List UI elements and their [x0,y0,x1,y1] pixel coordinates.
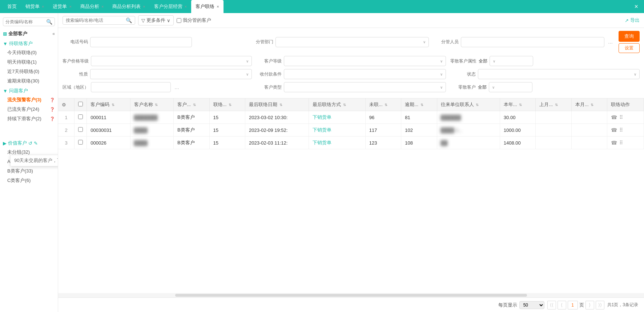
sidebar-section-problem[interactable]: ▼ 问题客户 [0,86,58,95]
my-customers-checkbox[interactable] [177,18,181,23]
tab-product-analysis[interactable]: 商品分析 × [76,0,108,13]
contact-icon-1[interactable]: ☎ [611,114,617,120]
retail-attr-select[interactable]: ∨ [490,56,533,66]
payment-select[interactable]: ∨ [284,69,446,79]
contact-icon-3[interactable]: ☎ [611,140,617,146]
row-checkbox-3[interactable] [78,140,83,145]
search-input-wrap[interactable]: 🔍 [63,16,135,25]
row-check-3[interactable] [75,137,87,149]
sidebar-item-b-customers[interactable]: B类客户(33) [0,166,58,176]
price-level-select[interactable]: ∨ [91,56,252,66]
region-more-icon[interactable]: … [173,85,181,90]
sidebar-item-week-pending[interactable]: 近7天待联络(0) [0,67,58,76]
th-overdue[interactable]: 逾期... ⇅ [401,98,437,111]
th-this-year[interactable]: 本年... ⇅ [500,98,536,111]
th-this-month[interactable]: 本月... ⇅ [571,98,607,111]
th-type[interactable]: 客户... ⇅ [174,98,210,111]
search-input[interactable] [66,18,126,23]
sidebar-collapse-btn[interactable]: « [52,31,55,36]
th-code[interactable]: 客户编码 ⇅ [87,98,130,111]
sidebar-item-overdue-pending[interactable]: 逾期未联络(30) [0,76,58,86]
th-last-way[interactable]: 最后联络方式 ⇅ [309,98,365,111]
close-tab-customer-segmentation[interactable]: × [185,4,187,9]
retail-customer-select[interactable]: ∨ [489,82,532,92]
th-last-date[interactable]: 最后联络日期 ⇅ [245,98,309,111]
refresh-icon[interactable]: ↺ [28,141,32,146]
th-checkbox[interactable] [75,98,87,111]
tab-home[interactable]: 首页 [3,0,21,13]
more-action-icon-2[interactable]: ⠿ [619,127,623,133]
tab-purchase-order[interactable]: 进货单 × [48,0,76,13]
tab-customer-segmentation[interactable]: 客户分层经营 × [150,0,191,13]
th-contact[interactable]: 联络... ⇅ [209,98,245,111]
export-button[interactable]: ↗ 导出 [625,17,640,24]
last-page-button[interactable]: ⟩⟩ [596,301,604,309]
help-icon-churned[interactable]: ❓ [50,107,55,112]
region-select[interactable] [91,82,171,92]
sidebar-section-value[interactable]: ▶ 价值客户 ↺ ✎ [0,138,58,147]
close-tab-purchase-order[interactable]: × [69,4,71,9]
row-num-1: 1 [58,111,75,124]
window-close-button[interactable]: × [631,3,641,11]
scrollbar-track[interactable] [175,294,527,297]
settings-button[interactable]: 设置 [619,43,640,53]
sidebar-item-churned[interactable]: 已流失客户(24) ❓ [0,105,58,114]
more-action-icon-3[interactable]: ⠿ [619,140,623,146]
first-page-button[interactable]: ⟨⟨ [547,301,556,309]
row-code-2: 00030031 [87,124,130,137]
close-tab-product-analysis[interactable]: × [101,4,104,9]
query-button[interactable]: 查询 [619,31,640,42]
tab-customer-contact[interactable]: 客户联络 × [191,0,223,13]
edit-icon[interactable]: ✎ [34,141,38,146]
status-select[interactable]: ∨ [478,69,640,79]
row-way-3[interactable]: 下销货单 [309,137,365,149]
sidebar-search-wrap[interactable]: 🔍 [3,17,55,26]
manager-more-icon[interactable]: … [607,39,614,45]
customer-level-select[interactable]: ∨ [284,56,446,66]
row-way-1[interactable]: 下销货单 [309,111,365,124]
row-check-2[interactable] [75,124,87,137]
contact-icon-2[interactable]: ☎ [611,127,617,133]
row-checkbox-2[interactable] [78,127,83,132]
next-page-button[interactable]: ⟩ [585,301,594,309]
search-button[interactable]: 🔍 [126,17,132,23]
dept-select[interactable]: ∨ [275,37,429,47]
filter-row-4: 区域（地区） … 客户类型 ∨ 零散客户 全部 [63,82,640,92]
my-customers-wrap[interactable]: 我分管的客户 [177,17,211,24]
sidebar-section-pending[interactable]: ▼ 待联络客户 [0,39,58,48]
sidebar-item-tomorrow-pending[interactable]: 明天待联络(1) [0,57,58,67]
content-area: 🔍 ▽ 更多条件 ∨ 我分管的客户 ↗ 导出 电话号码 [58,13,644,312]
tab-sales-order[interactable]: 销货单 × [21,0,48,13]
close-tab-customer-contact[interactable]: × [217,4,219,9]
table-row: 3 000026 ████ B类客户 15 2023-02-03 11:12: … [58,137,644,149]
customer-type-select[interactable]: ∨ [284,82,446,92]
row-way-2[interactable]: 下销货单 [309,124,365,137]
gender-select[interactable]: ∨ [90,69,252,79]
row-check-1[interactable] [75,111,87,124]
close-tab-sales-order[interactable]: × [42,4,44,9]
select-all-checkbox[interactable] [78,102,83,106]
th-settings[interactable]: ⚙ [58,98,75,111]
phone-input[interactable] [90,37,192,47]
sidebar-item-churn-warning[interactable]: 流失预警客户(3) ❓ [0,95,58,105]
close-tab-product-analysis-list[interactable]: × [143,4,145,9]
prev-page-button[interactable]: ⟨ [558,301,566,309]
help-icon-declining[interactable]: ❓ [50,117,55,121]
tab-product-analysis-list[interactable]: 商品分析列表 × [108,0,149,13]
sidebar-item-c-customers[interactable]: C类客户(6) [0,176,58,185]
sidebar-all-customers[interactable]: ⊞ 全部客户 « [0,29,58,39]
th-last-month[interactable]: 上月... ⇅ [536,98,572,111]
th-name[interactable]: 客户名称 ⇅ [130,98,173,111]
th-unit-contact[interactable]: 往来单位联系人 ⇅ [437,98,500,111]
horizontal-scrollbar[interactable] [58,293,644,297]
sidebar-item-declining[interactable]: 持续下滑客户(2) ❓ [0,114,58,123]
page-size-select[interactable]: 50 100 [519,301,544,309]
more-conditions-button[interactable]: ▽ 更多条件 ∨ [138,15,174,25]
sidebar-search-input[interactable] [5,19,46,24]
th-uncontacted[interactable]: 未联... ⇅ [365,98,401,111]
sidebar-item-today-pending[interactable]: 今天待联络(0) [0,48,58,57]
row-checkbox-1[interactable] [78,114,83,119]
help-icon-churn-warning[interactable]: ❓ [50,98,55,102]
more-action-icon-1[interactable]: ⠿ [619,114,623,120]
manager-select[interactable] [461,37,604,47]
